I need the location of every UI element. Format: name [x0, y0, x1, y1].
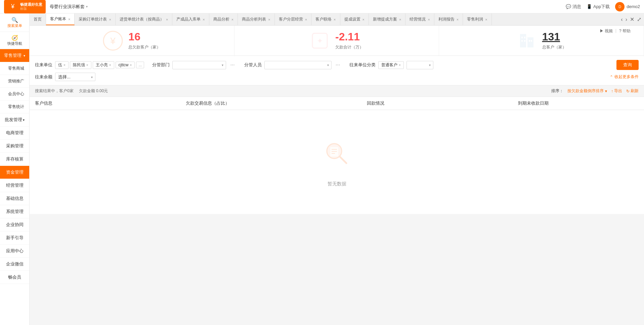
- filter-tag-unit-4[interactable]: cjttcw ×: [116, 62, 135, 68]
- filter-tag-close-4[interactable]: ×: [130, 63, 132, 67]
- tab-close-purchase-order-stat[interactable]: ×: [109, 17, 111, 22]
- user-profile[interactable]: D demo2: [615, 2, 640, 11]
- sidebar-item-enterprise-wechat[interactable]: 企业微信: [0, 258, 29, 271]
- tab-close-customer-tier[interactable]: ×: [305, 17, 307, 22]
- avatar: D: [615, 2, 625, 11]
- stat-customers2-label: 总客户（家）: [542, 44, 566, 50]
- stat-debt-value: -2.11: [335, 31, 363, 43]
- tab-close-profit-report[interactable]: ×: [457, 17, 459, 22]
- message-btn[interactable]: 💬 消息: [566, 4, 581, 10]
- phone-icon: 📱: [587, 4, 592, 9]
- video-help-btn[interactable]: ▶ 视频: [600, 28, 613, 34]
- tab-close-customer-contact[interactable]: ×: [334, 17, 336, 22]
- sidebar-quick-nav[interactable]: 🧭 快捷导航: [0, 32, 29, 49]
- tab-purchase-order-stat[interactable]: 采购订单统计表 ×: [75, 13, 115, 25]
- sidebar-search[interactable]: 🔍 搜索菜单: [0, 13, 29, 32]
- page-content: ¥ 16 总欠款客户（家） ✦: [30, 26, 644, 325]
- refresh-button[interactable]: ↻ 刷新: [626, 88, 639, 94]
- filter-more-btn[interactable]: ...: [136, 62, 144, 68]
- filter-tag-class-1[interactable]: 普通客户 ×: [378, 61, 404, 69]
- tab-product-analysis[interactable]: 商品分析 ×: [209, 13, 238, 25]
- svg-rect-9: [524, 40, 525, 42]
- tab-close-customer-book[interactable]: ×: [68, 17, 70, 21]
- stat-customers-value: 16: [128, 31, 161, 43]
- sidebar-item-member[interactable]: 畅会员: [0, 271, 29, 284]
- tab-close-add-promo-plan[interactable]: ×: [399, 17, 401, 22]
- tab-customer-contact[interactable]: 客户联络 ×: [311, 13, 340, 25]
- tab-close-product-inbound[interactable]: ×: [203, 17, 205, 22]
- sidebar-item-basic-info[interactable]: 基础信息: [0, 192, 29, 205]
- tab-promotion-settings[interactable]: 提成设置 ×: [340, 13, 369, 25]
- filter-tag-unit-2[interactable]: 陈民强 ×: [70, 61, 91, 69]
- filter-tag-close-1[interactable]: ×: [63, 63, 66, 67]
- tab-retail-profit[interactable]: 零售利润 ×: [463, 13, 491, 25]
- search-icon: 🔍: [3, 17, 27, 23]
- sidebar-item-purchase-mgmt[interactable]: 采购管理: [0, 140, 29, 153]
- tab-product-analysis-list[interactable]: 商品分析列表 ×: [238, 13, 274, 25]
- stat-total-debt: ✦ -2.11 欠款合计（万）: [234, 26, 439, 56]
- help-btn[interactable]: ? 帮助: [619, 28, 631, 34]
- filter-dept-label: 分管部门: [152, 62, 170, 68]
- sidebar-item-retail-mgmt[interactable]: 零售管理 ▾: [0, 49, 29, 62]
- tab-product-inbound[interactable]: 产成品入库单 ×: [172, 13, 209, 25]
- sidebar-item-retail-stats[interactable]: 零售统计: [0, 101, 29, 113]
- tab-next-btn[interactable]: ›: [625, 16, 628, 23]
- refresh-icon: ↻: [626, 89, 630, 94]
- tab-close-inbound-stat[interactable]: ×: [166, 17, 168, 22]
- filter-person-dots[interactable]: ···: [334, 62, 341, 68]
- sidebar-item-enterprise-collab[interactable]: 企业协同: [0, 218, 29, 231]
- sidebar: 🔍 搜索菜单 🧭 快捷导航 零售管理 ▾ 零售商城 营销推广 会员中心 零售统计…: [0, 13, 30, 325]
- table-header: 客户信息 欠款交易信息（占比） 回款情况 到期未收款日期: [30, 97, 644, 110]
- sidebar-item-system[interactable]: 系统管理: [0, 205, 29, 218]
- logo-icon: ¥: [7, 1, 18, 12]
- tab-inbound-stat[interactable]: 进货单统计表（按商品） ×: [116, 13, 172, 25]
- sidebar-item-wholesale-mgmt[interactable]: 批发管理 ▾: [0, 113, 29, 127]
- filter-tag-close-2[interactable]: ×: [86, 63, 88, 67]
- collapse-button[interactable]: ⌃ 收起更多条件: [610, 74, 639, 80]
- filter-dept-select[interactable]: [172, 61, 226, 69]
- tab-close-product-analysis-list[interactable]: ×: [268, 17, 270, 22]
- tab-expand-btn[interactable]: ⤢: [636, 15, 642, 23]
- tab-customer-tier[interactable]: 客户分层经营 ×: [275, 13, 311, 25]
- filter-person-select[interactable]: [264, 61, 332, 69]
- sidebar-item-retail-mall[interactable]: 零售商城: [0, 62, 29, 75]
- query-button[interactable]: 查询: [616, 60, 639, 70]
- tab-customer-book[interactable]: 客户账本 ×: [46, 13, 75, 25]
- tab-close-retail-profit[interactable]: ×: [485, 17, 487, 22]
- results-info: 搜索结果中，客户0家 欠款金额 0.00元: [35, 88, 108, 94]
- compass-icon: 🧭: [0, 35, 29, 41]
- sidebar-item-finance[interactable]: 资金管理: [0, 166, 29, 179]
- sidebar-item-new-guide[interactable]: 新手引导: [0, 231, 29, 245]
- sidebar-item-member-center[interactable]: 会员中心: [0, 88, 29, 101]
- tab-add-promo-plan[interactable]: 新增提成方案 ×: [369, 13, 405, 25]
- filter-tag-unit-3[interactable]: 王小亮 ×: [93, 61, 114, 69]
- filter-tag-close-3[interactable]: ×: [109, 63, 111, 67]
- filter-tag-unit-1[interactable]: 伍 ×: [55, 61, 69, 69]
- tab-profit-report[interactable]: 利润报告 ×: [434, 13, 463, 25]
- app-download-btn[interactable]: 📱 App下载: [587, 4, 610, 10]
- filter-tag-class-close-1[interactable]: ×: [399, 63, 401, 67]
- tab-close-product-analysis[interactable]: ×: [231, 17, 233, 22]
- filter-dept-dots[interactable]: ···: [229, 62, 236, 68]
- svg-text:¥: ¥: [110, 36, 116, 46]
- sidebar-item-app-center[interactable]: 应用中心: [0, 245, 29, 258]
- filter-unit-class-select[interactable]: [406, 61, 433, 69]
- tab-close-all-btn[interactable]: ✕: [629, 15, 635, 23]
- export-button[interactable]: ↑ 导出: [611, 88, 622, 94]
- sort-label: 排序：: [551, 88, 563, 94]
- filter-balance-select[interactable]: 选择...: [55, 73, 95, 81]
- filter-unit-tags: 伍 × 陈民强 × 王小亮 × cjttcw ×: [55, 61, 144, 69]
- tab-home[interactable]: 首页: [30, 13, 46, 25]
- top-bar: ¥ 畅捷通好生意 标版 母婴行业演示帐套 ▾ 💬 消息 📱 App下载 D de…: [0, 0, 644, 13]
- sort-select[interactable]: 按欠款金额倒序排序 ▾: [567, 88, 607, 94]
- tab-close-promotion-settings[interactable]: ×: [362, 17, 364, 22]
- tab-operations[interactable]: 经营情况 ×: [405, 13, 434, 25]
- sidebar-item-operations-mgmt[interactable]: 经营管理: [0, 179, 29, 192]
- tab-close-operations[interactable]: ×: [428, 17, 430, 22]
- sidebar-item-inventory[interactable]: 库存核算: [0, 153, 29, 166]
- sidebar-item-ecommerce[interactable]: 电商管理: [0, 127, 29, 140]
- tab-prev-btn[interactable]: ‹: [620, 16, 623, 23]
- results-bar: 搜索结果中，客户0家 欠款金额 0.00元 排序： 按欠款金额倒序排序 ▾ ↑ …: [30, 85, 644, 97]
- sidebar-item-marketing[interactable]: 营销推广: [0, 75, 29, 88]
- workspace-selector[interactable]: 母婴行业演示帐套 ▾: [50, 4, 88, 10]
